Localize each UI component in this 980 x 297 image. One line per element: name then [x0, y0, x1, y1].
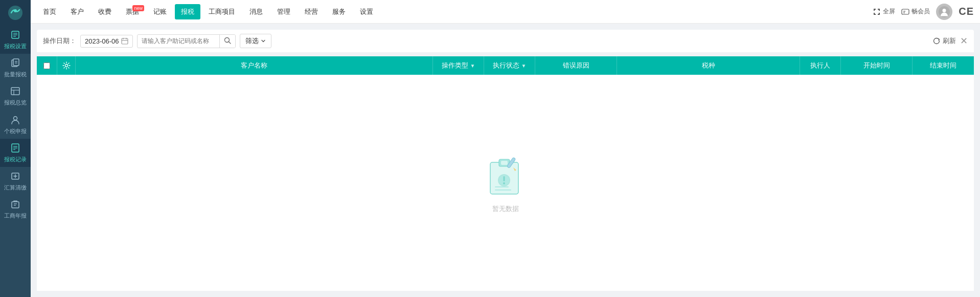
batch-tax-icon [10, 58, 20, 70]
ce-badge: CE [959, 6, 974, 17]
settlement-icon [10, 171, 20, 183]
svg-rect-22 [902, 9, 909, 14]
close-button[interactable]: ✕ [960, 36, 968, 46]
top-navigation: 首页 客户 收费 票据 new 记账 报税 工商项目 消息 管理 经营 服务 设… [31, 0, 980, 24]
date-value: 2023-06-06 [85, 37, 119, 45]
tax-summary-icon [10, 86, 20, 98]
nav-settings[interactable]: 设置 [354, 4, 379, 19]
search-input[interactable] [138, 35, 219, 47]
nav-client[interactable]: 客户 [64, 4, 90, 19]
fullscreen-btn[interactable]: 全屏 [873, 7, 895, 16]
sidebar-logo [0, 0, 31, 26]
empty-illustration [485, 152, 526, 198]
date-label: 操作日期： [43, 36, 76, 46]
refresh-button[interactable]: 刷新 [932, 36, 956, 46]
th-status[interactable]: 执行状态 ▼ [484, 56, 535, 75]
annual-report-icon [10, 199, 20, 211]
sidebar-item-batch-tax[interactable]: 批量报税 [0, 54, 31, 82]
svg-rect-27 [122, 38, 128, 44]
toolbar: 操作日期： 2023-06-06 [37, 30, 974, 52]
op-type-sort-icon: ▼ [470, 63, 475, 69]
th-op-type[interactable]: 操作类型 ▼ [433, 56, 484, 75]
svg-point-33 [65, 65, 67, 67]
table-body: 暂无数据 [37, 75, 974, 291]
refresh-label: 刷新 [943, 36, 956, 46]
member-icon [901, 8, 909, 16]
personal-tax-icon [10, 115, 20, 126]
sidebar-item-personal-tax[interactable]: 个税申报 [0, 111, 31, 139]
sidebar-item-annual-report-label: 工商年报 [4, 213, 27, 219]
sidebar-item-tax-settings-label: 报税设置 [4, 43, 27, 50]
sidebar-item-settlement[interactable]: 汇算清缴 [0, 167, 31, 195]
status-sort-icon: ▼ [521, 63, 527, 69]
nav-invoice[interactable]: 票据 new [120, 4, 145, 19]
nav-billing[interactable]: 收费 [92, 4, 118, 19]
refresh-icon [932, 37, 941, 45]
table-header: 客户名称 操作类型 ▼ 执行状态 ▼ 错误原因 税种 [37, 56, 974, 75]
nav-manage[interactable]: 管理 [271, 4, 297, 19]
nav-operation[interactable]: 经营 [299, 4, 324, 19]
svg-rect-40 [503, 176, 505, 181]
search-wrap [137, 34, 236, 48]
nav-service[interactable]: 服务 [326, 4, 352, 19]
th-gear[interactable] [57, 56, 76, 75]
filter-label: 筛选 [245, 36, 259, 46]
date-picker[interactable]: 2023-06-06 [80, 35, 133, 48]
svg-point-26 [943, 9, 946, 12]
sidebar-item-tax-record[interactable]: 报税记录 [0, 139, 31, 167]
svg-point-1 [14, 9, 17, 12]
page-content: 操作日期： 2023-06-06 [31, 24, 980, 297]
svg-point-13 [14, 116, 17, 120]
sidebar-item-tax-summary-label: 报税总览 [4, 99, 27, 106]
tax-settings-icon [10, 30, 20, 41]
select-all-checkbox[interactable] [43, 62, 50, 69]
svg-rect-37 [501, 161, 508, 165]
th-end-time: 结束时间 [913, 56, 974, 75]
gear-icon [62, 61, 71, 70]
main-area: 首页 客户 收费 票据 new 记账 报税 工商项目 消息 管理 经营 服务 设… [31, 0, 980, 297]
empty-state: 暂无数据 [485, 152, 526, 214]
sidebar-item-settlement-label: 汇算清缴 [4, 184, 27, 191]
fullscreen-label: 全屏 [883, 7, 895, 16]
sidebar-item-tax-summary[interactable]: 报税总览 [0, 82, 31, 110]
th-executor: 执行人 [800, 56, 841, 75]
topnav-right: 全屏 畅会员 CE [873, 4, 974, 20]
svg-rect-19 [12, 202, 19, 208]
sidebar-item-annual-report[interactable]: 工商年报 [0, 195, 31, 223]
svg-rect-10 [11, 88, 19, 95]
chevron-down-icon [261, 38, 266, 44]
calendar-icon [121, 37, 128, 45]
sidebar: 报税设置 批量报税 报税总览 [0, 0, 31, 297]
invoice-badge: new [132, 5, 144, 12]
empty-text: 暂无数据 [492, 204, 519, 214]
th-start-time: 开始时间 [841, 56, 913, 75]
nav-message[interactable]: 消息 [243, 4, 269, 19]
sidebar-item-personal-tax-label: 个税申报 [4, 128, 27, 135]
svg-rect-7 [13, 59, 19, 66]
search-button[interactable] [219, 35, 235, 48]
user-avatar[interactable] [936, 4, 952, 20]
nav-accounting[interactable]: 记账 [147, 4, 173, 19]
nav-tax[interactable]: 报税 [175, 4, 200, 19]
nav-business[interactable]: 工商项目 [202, 4, 241, 19]
sidebar-item-tax-settings[interactable]: 报税设置 [0, 26, 31, 54]
svg-line-32 [229, 41, 231, 44]
sidebar-item-tax-record-label: 报税记录 [4, 156, 27, 163]
svg-point-0 [8, 6, 22, 20]
th-tax-type: 税种 [617, 56, 800, 75]
th-error-reason: 错误原因 [535, 56, 617, 75]
sidebar-item-batch-tax-label: 批量报税 [4, 71, 27, 78]
search-icon [224, 37, 231, 44]
fullscreen-icon [873, 8, 881, 16]
nav-items: 首页 客户 收费 票据 new 记账 报税 工商项目 消息 管理 经营 服务 设… [37, 4, 873, 19]
table-wrap: 客户名称 操作类型 ▼ 执行状态 ▼ 错误原因 税种 [37, 56, 974, 291]
nav-home[interactable]: 首页 [37, 4, 62, 19]
content-area: 操作日期： 2023-06-06 [31, 24, 980, 297]
svg-point-41 [503, 182, 505, 184]
filter-button[interactable]: 筛选 [240, 34, 271, 48]
th-checkbox[interactable] [37, 56, 57, 75]
tax-record-icon [10, 143, 20, 155]
member-label: 畅会员 [911, 7, 930, 16]
th-client-name: 客户名称 [76, 56, 433, 75]
member-btn[interactable]: 畅会员 [901, 7, 930, 16]
